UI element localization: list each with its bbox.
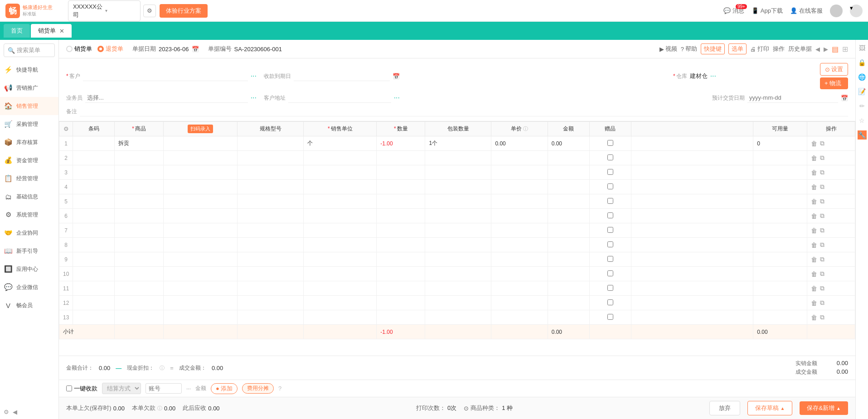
row-qty[interactable] xyxy=(377,238,425,252)
sidebar-item-enterprise[interactable]: 🤝 企业协同 xyxy=(0,224,58,242)
row-unit[interactable] xyxy=(304,281,377,296)
unit-price-help-icon[interactable]: ⓘ xyxy=(523,126,528,131)
sidebar-item-base-info[interactable]: 🗂 基础信息 xyxy=(0,188,58,206)
settings-button[interactable]: ⊙ ⊙ 设置 设置 xyxy=(820,63,848,76)
copy-icon[interactable]: ⧉ xyxy=(820,299,824,307)
customer-dots-icon[interactable]: ··· xyxy=(251,72,257,80)
customer-input[interactable] xyxy=(83,71,248,81)
row-amount[interactable] xyxy=(548,194,589,209)
scan-input-button[interactable]: 扫码录入 xyxy=(188,125,213,133)
gift-checkbox[interactable] xyxy=(607,169,613,175)
row-spec[interactable] xyxy=(238,194,304,209)
row-product[interactable] xyxy=(115,310,163,325)
row-gift[interactable] xyxy=(589,223,631,238)
radio-sale[interactable]: 销货单 xyxy=(66,45,92,53)
row-spec[interactable] xyxy=(238,238,304,252)
row-unit-price[interactable] xyxy=(491,281,548,296)
gift-checkbox[interactable] xyxy=(607,140,613,146)
row-amount[interactable] xyxy=(548,165,589,180)
sidebar-item-guide[interactable]: 📖 新手引导 xyxy=(0,242,58,260)
row-unit-price[interactable] xyxy=(491,267,548,281)
row-unit[interactable] xyxy=(304,252,377,267)
right-sidebar-global-icon[interactable]: 🌐 xyxy=(858,72,867,82)
warehouse-dots-icon[interactable]: ··· xyxy=(710,72,716,80)
row-unit-price[interactable] xyxy=(491,209,548,223)
row-unit[interactable] xyxy=(304,310,377,325)
account-input[interactable] xyxy=(145,383,182,394)
tab-home[interactable]: 首页 xyxy=(4,24,30,38)
row-gift[interactable] xyxy=(589,238,631,252)
copy-icon[interactable]: ⧉ xyxy=(820,212,824,220)
row-amount[interactable] xyxy=(548,310,589,325)
grid-view-icon[interactable]: ⊞ xyxy=(842,45,848,53)
gift-checkbox[interactable] xyxy=(607,183,613,189)
company-selector[interactable]: XXXXXX公司 ▾ xyxy=(68,0,141,21)
row-unit-price[interactable] xyxy=(491,165,548,180)
row-pkg-qty[interactable] xyxy=(425,310,491,325)
row-qty[interactable] xyxy=(377,267,425,281)
row-spec[interactable] xyxy=(238,180,304,194)
row-barcode[interactable] xyxy=(73,209,115,223)
row-barcode[interactable] xyxy=(73,267,115,281)
sidebar-item-vip[interactable]: V 畅会员 xyxy=(0,296,58,314)
row-unit-price[interactable]: 0.00 xyxy=(491,136,548,151)
row-unit[interactable] xyxy=(304,180,377,194)
row-gift[interactable] xyxy=(589,267,631,281)
row-pkg-qty[interactable] xyxy=(425,165,491,180)
row-amount[interactable] xyxy=(548,180,589,194)
row-product[interactable]: 拆贡 xyxy=(115,136,163,151)
one-click-payment[interactable]: 一键收款 xyxy=(66,385,97,393)
sidebar-item-wechat[interactable]: 💬 企业微信 xyxy=(0,278,58,296)
payment-date-input[interactable] xyxy=(294,71,390,81)
row-pkg-qty[interactable] xyxy=(425,281,491,296)
sidebar-settings-icon[interactable]: ⚙ xyxy=(4,409,9,415)
row-product[interactable] xyxy=(115,238,163,252)
row-gift[interactable] xyxy=(589,165,631,180)
save-draft-button[interactable]: 保存草稿 ▲ xyxy=(747,401,793,415)
row-qty[interactable] xyxy=(377,310,425,325)
row-product[interactable] xyxy=(115,151,163,165)
row-spec[interactable] xyxy=(238,310,304,325)
row-pkg-qty[interactable] xyxy=(425,267,491,281)
row-qty[interactable] xyxy=(377,165,425,180)
add-payment-button[interactable]: ● 添加 xyxy=(211,383,238,394)
save-new-button[interactable]: 保存&新增 ▲ xyxy=(800,401,848,415)
date-calendar-icon[interactable]: 📅 xyxy=(192,46,199,53)
gift-checkbox[interactable] xyxy=(607,299,613,305)
message-button[interactable]: 💬 消息 99+ xyxy=(723,7,744,15)
row-gift[interactable] xyxy=(589,194,631,209)
row-gift[interactable] xyxy=(589,252,631,267)
row-unit-price[interactable] xyxy=(491,252,548,267)
row-amount[interactable] xyxy=(548,267,589,281)
copy-icon[interactable]: ⧉ xyxy=(820,313,824,321)
sidebar-collapse-icon[interactable]: ◀ xyxy=(13,409,17,415)
sidebar-item-operations[interactable]: 📋 经营管理 xyxy=(0,169,58,188)
row-barcode[interactable] xyxy=(73,165,115,180)
row-unit[interactable]: 个 xyxy=(304,136,377,151)
row-spec[interactable] xyxy=(238,296,304,310)
sidebar-item-sales[interactable]: 🏠 销售管理 xyxy=(0,97,58,115)
sidebar-item-quick-nav[interactable]: ⚡ 快捷导航 xyxy=(0,61,58,79)
experience-button[interactable]: 体验行业方案 xyxy=(160,4,208,18)
row-qty[interactable] xyxy=(377,180,425,194)
delete-icon[interactable]: 🗑 xyxy=(811,212,817,220)
row-product[interactable] xyxy=(115,194,163,209)
copy-icon[interactable]: ⧉ xyxy=(820,140,824,147)
row-qty[interactable] xyxy=(377,252,425,267)
row-pkg-qty[interactable]: 1个 xyxy=(425,136,491,151)
row-qty[interactable] xyxy=(377,194,425,209)
row-gift[interactable] xyxy=(589,281,631,296)
search-menu-button[interactable]: 🔍 搜索菜单 xyxy=(4,43,55,57)
right-sidebar-star-icon[interactable]: ☆ xyxy=(858,116,867,125)
row-barcode[interactable] xyxy=(73,194,115,209)
delete-icon[interactable]: 🗑 xyxy=(811,285,817,292)
history-button[interactable]: 历史单据 xyxy=(788,45,812,53)
row-qty[interactable] xyxy=(377,281,425,296)
row-amount[interactable] xyxy=(548,281,589,296)
row-product[interactable] xyxy=(115,180,163,194)
row-spec[interactable] xyxy=(238,165,304,180)
radio-return[interactable]: 退货单 xyxy=(97,45,123,53)
gift-checkbox[interactable] xyxy=(607,241,613,247)
row-unit[interactable] xyxy=(304,194,377,209)
avatar-arrow[interactable]: ▾ xyxy=(850,5,863,17)
